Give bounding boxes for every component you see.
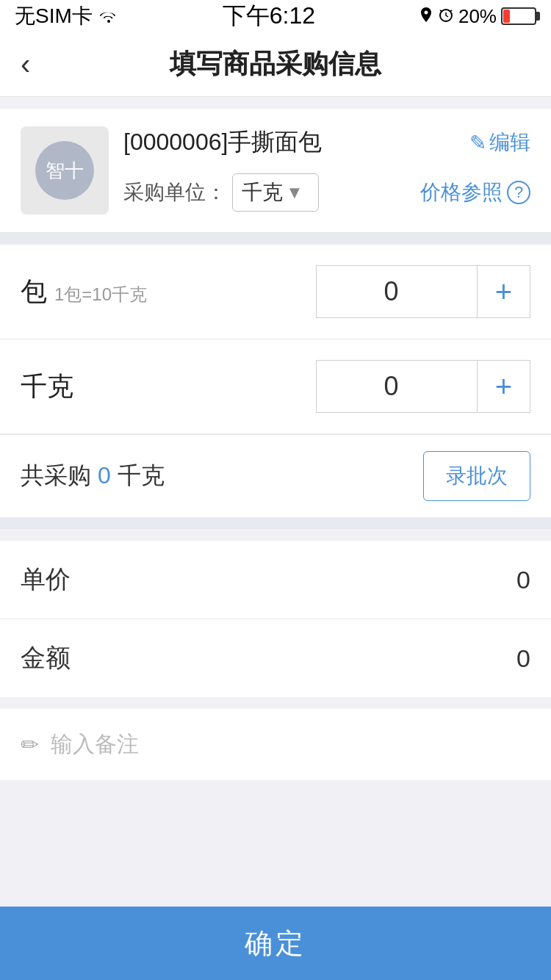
total-text: 共采购 0 千克: [21, 460, 165, 492]
qty-right-1: +: [316, 360, 530, 413]
page-title: 填写商品采购信息: [170, 46, 381, 82]
total-row: 共采购 0 千克 录批次: [0, 434, 551, 517]
status-left: 无SIM卡: [15, 2, 119, 30]
price-label: 单价: [21, 563, 71, 597]
unit-select-dropdown[interactable]: 千克 ▼: [232, 173, 319, 212]
separator-2: [0, 517, 551, 529]
nav-bar: ‹ 填写商品采购信息: [0, 32, 551, 97]
record-batch-button[interactable]: 录批次: [423, 451, 530, 501]
qty-plus-1[interactable]: +: [478, 360, 530, 413]
product-name: [0000006]手撕面包: [123, 126, 322, 159]
price-section: 单价 0 金额 0: [0, 541, 551, 697]
wifi-icon: [98, 4, 119, 28]
edit-icon: ✎: [469, 131, 486, 155]
qty-input-1[interactable]: [316, 360, 478, 413]
battery-pct: 20%: [458, 5, 497, 28]
total-value: 0: [98, 462, 111, 489]
price-value: 0: [516, 566, 530, 594]
status-bar: 无SIM卡 下午6:12 20%: [0, 0, 551, 32]
qty-label-1: 千克: [21, 369, 73, 405]
back-button[interactable]: ‹: [21, 48, 30, 81]
note-placeholder: 输入备注: [51, 729, 139, 760]
qty-right-0: +: [316, 265, 530, 318]
qty-unit-1: 千克: [21, 369, 73, 405]
logo-text: 智十: [46, 158, 84, 184]
product-card: 智十 [0000006]手撕面包 ✎ 编辑 采购单位： 千克 ▼ 价格参照 ?: [0, 109, 551, 233]
qty-label-0: 包 1包=10千克: [21, 274, 147, 310]
amount-value: 0: [516, 644, 530, 673]
price-ref-label: 价格参照: [420, 179, 503, 206]
note-section[interactable]: ✏ 输入备注: [0, 709, 551, 780]
dropdown-arrow-icon: ▼: [286, 182, 303, 203]
amount-row: 金额 0: [0, 619, 551, 697]
alarm-icon: [438, 5, 454, 28]
product-info: [0000006]手撕面包 ✎ 编辑 采购单位： 千克 ▼ 价格参照 ?: [123, 126, 530, 212]
battery-icon: [501, 7, 536, 25]
amount-label: 金额: [21, 641, 71, 675]
note-pencil-icon: ✏: [21, 732, 39, 757]
confirm-button[interactable]: 确定: [0, 907, 551, 980]
separator-1: [0, 233, 551, 245]
status-time: 下午6:12: [223, 0, 315, 32]
qty-row-0: 包 1包=10千克 +: [0, 245, 551, 339]
qty-plus-0[interactable]: +: [478, 265, 530, 318]
unit-value: 千克: [242, 179, 283, 206]
help-icon: ?: [507, 181, 530, 204]
unit-row: 采购单位： 千克 ▼ 价格参照 ?: [123, 173, 530, 212]
qty-input-0[interactable]: [316, 265, 478, 318]
qty-sub-0: 1包=10千克: [54, 283, 147, 306]
carrier-text: 无SIM卡: [15, 2, 93, 30]
status-right: 20%: [419, 5, 536, 28]
product-logo: 智十: [35, 141, 94, 200]
qty-row-1: 千克 +: [0, 339, 551, 434]
quantity-section: 包 1包=10千克 + 千克 +: [0, 245, 551, 434]
price-row-0: 单价 0: [0, 541, 551, 619]
unit-label: 采购单位：: [123, 179, 226, 206]
product-image: 智十: [21, 126, 109, 215]
edit-button[interactable]: ✎ 编辑: [469, 129, 530, 156]
price-ref-button[interactable]: 价格参照 ?: [420, 179, 530, 206]
location-icon: [419, 5, 433, 28]
edit-label: 编辑: [489, 129, 530, 156]
product-name-row: [0000006]手撕面包 ✎ 编辑: [123, 126, 530, 159]
qty-unit-0: 包: [21, 274, 47, 310]
